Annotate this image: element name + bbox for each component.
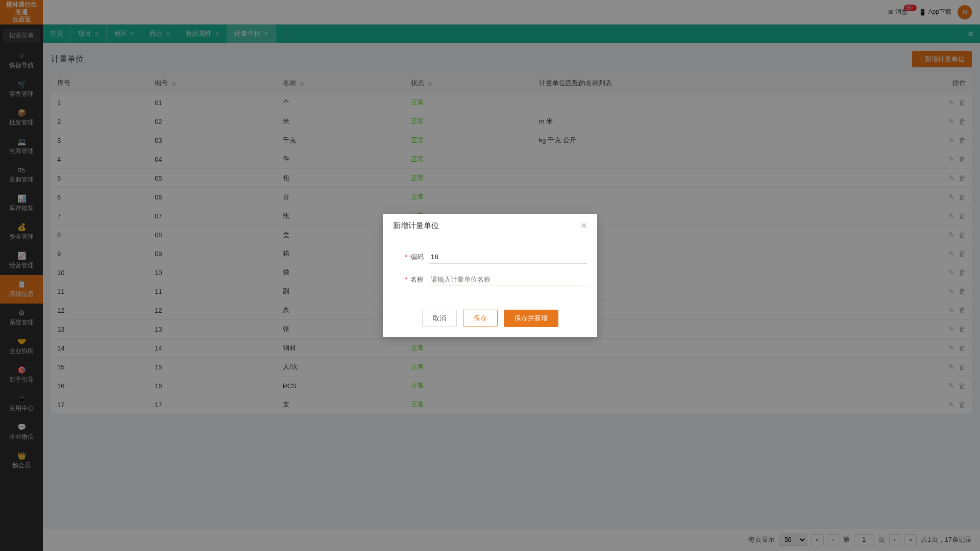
required-star: * <box>405 253 407 261</box>
form-row-code: * 编码 <box>393 251 587 264</box>
save-button[interactable]: 保存 <box>463 310 498 327</box>
save-and-new-button[interactable]: 保存并新增 <box>504 310 558 327</box>
modal-header: 新增计量单位 ✕ <box>383 214 597 238</box>
cancel-button[interactable]: 取消 <box>422 310 457 327</box>
code-label: * 编码 <box>393 253 424 262</box>
modal-close-button[interactable]: ✕ <box>580 221 587 231</box>
form-row-name: * 名称 <box>393 273 587 286</box>
modal-overlay: 新增计量单位 ✕ * 编码 * 名称 取消 保存 保存并新增 <box>0 0 980 551</box>
modal-footer: 取消 保存 保存并新增 <box>383 304 597 337</box>
modal-body: * 编码 * 名称 <box>383 238 597 304</box>
add-measure-unit-modal: 新增计量单位 ✕ * 编码 * 名称 取消 保存 保存并新增 <box>383 214 597 337</box>
name-input[interactable] <box>429 273 587 286</box>
name-label: * 名称 <box>393 275 424 284</box>
modal-title: 新增计量单位 <box>393 221 439 231</box>
required-star-name: * <box>405 276 407 283</box>
code-input[interactable] <box>429 251 587 264</box>
